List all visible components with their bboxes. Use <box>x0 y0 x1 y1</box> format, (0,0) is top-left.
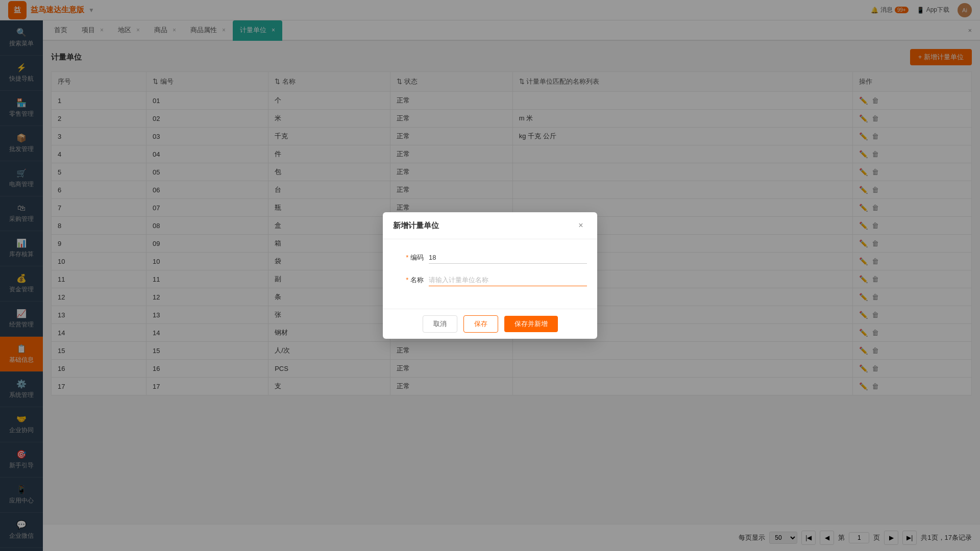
modal-header: 新增计量单位 × <box>383 212 597 239</box>
code-input[interactable] <box>429 252 587 264</box>
modal-body: 编码 名称 <box>383 239 597 309</box>
cancel-button[interactable]: 取消 <box>423 315 457 333</box>
save-new-button[interactable]: 保存并新增 <box>504 316 558 332</box>
modal-overlay[interactable]: 新增计量单位 × 编码 名称 取消 保存 保存并新增 <box>0 0 980 551</box>
name-input[interactable] <box>429 274 587 286</box>
name-form-row: 名称 <box>393 274 587 286</box>
code-form-row: 编码 <box>393 252 587 264</box>
save-button[interactable]: 保存 <box>463 315 498 333</box>
modal-close-btn[interactable]: × <box>575 219 587 232</box>
name-label: 名称 <box>393 276 424 285</box>
code-label: 编码 <box>393 253 424 262</box>
add-unit-modal: 新增计量单位 × 编码 名称 取消 保存 保存并新增 <box>383 212 597 339</box>
modal-footer: 取消 保存 保存并新增 <box>383 309 597 339</box>
modal-title: 新增计量单位 <box>393 221 439 231</box>
